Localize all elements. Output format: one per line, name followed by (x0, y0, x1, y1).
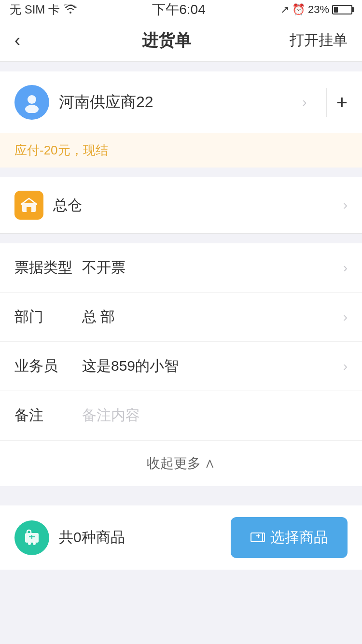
salesperson-value: 这是859的小智 (82, 356, 343, 376)
supplier-name: 河南供应商22 (59, 92, 302, 113)
warehouse-row[interactable]: 总仓 › (0, 177, 362, 234)
warehouse-arrow-icon: › (343, 197, 348, 213)
location-icon: ↗ (280, 3, 289, 16)
wifi-icon (64, 3, 77, 16)
add-supplier-button[interactable]: + (336, 92, 348, 113)
remark-placeholder: 备注内容 (82, 406, 348, 425)
svg-point-0 (28, 95, 36, 104)
form-row-department[interactable]: 部门 总 部 › (0, 293, 362, 342)
select-goods-label: 选择商品 (270, 528, 328, 547)
warehouse-icon-bg (14, 191, 43, 220)
section-gap-1 (0, 62, 362, 71)
supplier-section: 河南供应商22 › + 应付-20元，现结 (0, 71, 362, 168)
back-button[interactable]: ‹ (14, 30, 43, 51)
section-gap-2 (0, 168, 362, 177)
svg-point-6 (33, 542, 36, 545)
svg-point-5 (28, 542, 31, 545)
section-gap-3 (0, 234, 362, 243)
remark-label: 备注 (14, 406, 82, 425)
alarm-icon: ⏰ (292, 3, 305, 16)
battery-label: 23% (308, 3, 329, 16)
select-goods-button[interactable]: 选择商品 (231, 517, 348, 558)
department-arrow-icon: › (343, 309, 348, 325)
invoice-arrow-icon: › (343, 260, 348, 276)
page-title: 进货单 (142, 29, 191, 52)
battery-icon (332, 5, 352, 14)
warehouse-name: 总仓 (53, 196, 343, 215)
bottom-bar: 共0种商品 选择商品 (0, 505, 362, 570)
open-hang-button[interactable]: 打开挂单 (290, 30, 348, 50)
nav-bar: ‹ 进货单 打开挂单 (0, 19, 362, 62)
invoice-value: 不开票 (82, 258, 343, 278)
section-gap-4 (0, 486, 362, 496)
salesperson-label: 业务员 (14, 356, 82, 376)
svg-point-1 (25, 105, 39, 113)
form-section: 票据类型 不开票 › 部门 总 部 › 业务员 这是859的小智 › 备注 备注… (0, 243, 362, 486)
salesperson-arrow-icon: › (343, 359, 348, 374)
collapse-toggle[interactable]: 收起更多 ∧ (0, 440, 362, 486)
department-label: 部门 (14, 307, 82, 327)
vertical-divider (326, 88, 327, 117)
form-row-invoice[interactable]: 票据类型 不开票 › (0, 243, 362, 293)
svg-rect-9 (251, 533, 263, 542)
notice-bar: 应付-20元，现结 (0, 133, 362, 168)
status-bar: 无 SIM 卡 下午6:04 ↗ ⏰ 23% (0, 0, 362, 19)
status-left: 无 SIM 卡 (10, 2, 77, 17)
form-row-remark[interactable]: 备注 备注内容 (0, 391, 362, 440)
notice-text: 应付-20元，现结 (14, 143, 108, 157)
goods-count-label: 共0种商品 (59, 528, 221, 547)
department-value: 总 部 (82, 307, 343, 327)
form-row-salesperson[interactable]: 业务员 这是859的小智 › (0, 342, 362, 391)
supplier-avatar (14, 85, 49, 120)
status-right: ↗ ⏰ 23% (280, 3, 352, 16)
status-time: 下午6:04 (152, 0, 206, 19)
supplier-arrow-icon: › (302, 95, 306, 110)
supplier-row[interactable]: 河南供应商22 › + (0, 71, 362, 133)
carrier-label: 无 SIM 卡 (10, 2, 60, 17)
invoice-label: 票据类型 (14, 258, 82, 278)
svg-rect-3 (27, 207, 31, 212)
cart-icon-bg (14, 520, 49, 555)
